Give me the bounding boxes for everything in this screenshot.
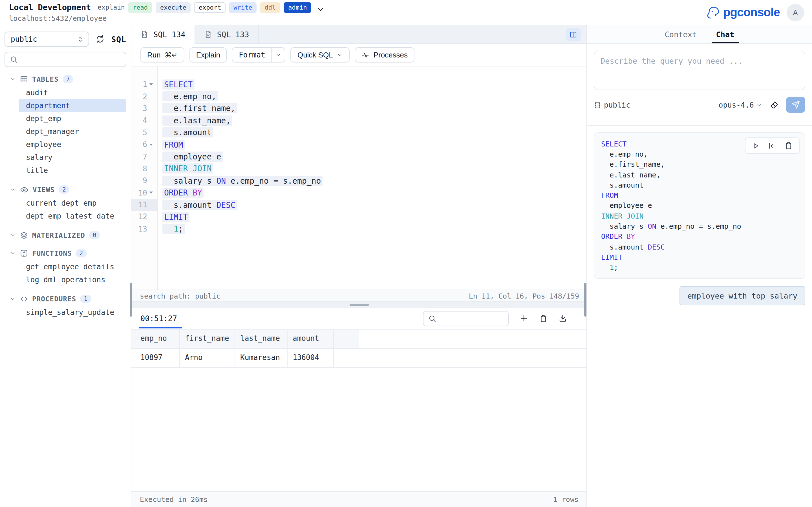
gutter-line: 9 <box>132 175 157 187</box>
explain-button[interactable]: Explain <box>190 47 227 62</box>
section-chevron-icon[interactable] <box>10 250 16 256</box>
cell-last_name: Kumaresan <box>235 349 288 367</box>
send-button[interactable] <box>786 97 805 113</box>
cell-amount: 136004 <box>288 349 334 367</box>
line-number: 9 <box>136 177 147 185</box>
sidebar-section-header-tables[interactable]: TABLES7 <box>0 73 131 85</box>
brand-logo: pgconsole <box>706 5 780 20</box>
editor-tab-sql-133[interactable]: SQL 133 <box>195 25 259 43</box>
sidebar-item-salary[interactable]: salary <box>18 151 126 164</box>
sidebar-section-header-views[interactable]: VIEWS2 <box>0 184 131 195</box>
cell-emp_no: 10897 <box>132 349 180 367</box>
add-tab-icon[interactable] <box>519 314 528 323</box>
editor-tab-sql-134[interactable]: SQL 134 <box>132 25 195 44</box>
sql-token: s.amount <box>601 181 644 189</box>
assistant-panel: Context Chat public opus-4.6 <box>587 25 812 507</box>
assistant-code-line: s.amount DESC <box>601 242 798 252</box>
chat-prompt-input[interactable] <box>594 51 805 90</box>
sidebar-item-audit[interactable]: audit <box>18 86 126 99</box>
column-header-first_name[interactable]: first_name <box>180 330 235 348</box>
copy-results-icon[interactable] <box>539 314 548 323</box>
sql-mode-label[interactable]: SQL <box>111 35 126 44</box>
sidebar-item-get_employee_details[interactable]: get_employee_details <box>18 260 126 273</box>
section-chevron-icon[interactable] <box>10 186 16 193</box>
schema-select[interactable]: public <box>4 32 89 47</box>
section-count-badge: 1 <box>80 295 91 303</box>
connection-menu-chevron-icon[interactable] <box>316 5 325 13</box>
run-button[interactable]: Run ⌘↵ <box>140 47 185 62</box>
fold-arrow-icon[interactable] <box>147 144 154 146</box>
assistant-code-line: 1; <box>601 262 798 273</box>
line-number: 3 <box>136 104 147 113</box>
section-chevron-icon[interactable] <box>10 296 16 302</box>
sidebar-item-simple_salary_update[interactable]: simple_salary_update <box>18 306 126 319</box>
sidebar-section-header-functions[interactable]: ƒFUNCTIONS2 <box>0 247 131 259</box>
line-number: 12 <box>136 213 147 221</box>
results-search[interactable] <box>423 311 509 326</box>
tab-chat[interactable]: Chat <box>715 25 735 43</box>
processes-button[interactable]: Processes <box>355 47 414 62</box>
sidebar-item-department[interactable]: department <box>18 99 126 112</box>
sidebar-search[interactable] <box>4 52 126 67</box>
avatar[interactable]: A <box>786 4 804 21</box>
format-chevron-icon[interactable] <box>271 48 285 62</box>
section-chevron-icon[interactable] <box>10 76 16 82</box>
line-number: 8 <box>136 165 147 173</box>
code-line: s.amount DESC <box>162 199 587 211</box>
sql-token: 1 <box>610 263 614 272</box>
sidebar-item-title[interactable]: title <box>18 164 126 177</box>
gutter-line: 10 <box>132 187 157 199</box>
sidebar-section-header-procedures[interactable]: PROCEDURES1 <box>0 293 131 305</box>
sql-token: ON <box>648 222 656 230</box>
refresh-icon[interactable] <box>95 34 105 44</box>
file-code-icon <box>140 30 149 39</box>
column-header-last_name[interactable]: last_name <box>235 330 288 348</box>
sidebar-item-dept_emp[interactable]: dept_emp <box>18 112 126 125</box>
explain-button-label: Explain <box>196 51 220 59</box>
search-path-status: search_path: public <box>140 291 220 300</box>
results-resize-handle[interactable] <box>349 303 368 305</box>
chat-resize-handle[interactable] <box>584 283 586 317</box>
fold-arrow-icon[interactable] <box>147 83 154 86</box>
fold-arrow-icon[interactable] <box>147 191 154 194</box>
column-header-amount[interactable]: amount <box>288 330 334 348</box>
editor-gutter: 12345678910111213 <box>132 66 158 290</box>
download-results-icon[interactable] <box>558 314 567 323</box>
sql-token: ORDER <box>164 188 193 197</box>
insert-snippet-icon[interactable] <box>768 142 776 150</box>
results-search-input[interactable] <box>440 314 504 323</box>
sidebar-item-employee[interactable]: employee <box>18 138 126 151</box>
model-select[interactable]: opus-4.6 <box>719 101 762 109</box>
send-icon <box>791 100 800 109</box>
sidebar-resize-handle[interactable] <box>130 283 132 317</box>
sidebar-section-header-materialized[interactable]: MATERIALIZED0 <box>0 229 131 241</box>
section-chevron-icon[interactable] <box>10 232 16 238</box>
copy-snippet-icon[interactable] <box>784 142 793 150</box>
chat-schema-context[interactable]: public <box>594 101 630 109</box>
run-snippet-icon[interactable] <box>752 142 760 150</box>
clear-chat-icon[interactable] <box>770 100 779 109</box>
column-header-emp_no[interactable]: emp_no <box>132 330 180 348</box>
quick-sql-chevron-icon <box>337 52 343 58</box>
sidebar-search-input[interactable] <box>21 55 121 64</box>
sql-token <box>164 224 174 233</box>
explain-label: explain <box>98 3 125 11</box>
sql-editor[interactable]: 12345678910111213 SELECT e.emp_no, e.fir… <box>132 66 587 290</box>
sidebar-item-dept_manager[interactable]: dept_manager <box>18 125 126 138</box>
section-label: TABLES <box>32 75 59 83</box>
gutter-line: 1 <box>132 78 157 91</box>
editor-code[interactable]: SELECT e.emp_no, e.first_name, e.last_na… <box>158 66 587 290</box>
results-timer-tab[interactable]: 00:51:27 <box>140 308 180 328</box>
sql-token: e.emp_no = s.emp_no <box>656 222 741 230</box>
sidebar-item-dept_emp_latest_date[interactable]: dept_emp_latest_date <box>18 210 126 223</box>
split-view-button[interactable] <box>566 28 581 41</box>
format-button[interactable]: Format <box>232 47 286 62</box>
quick-sql-button[interactable]: Quick SQL <box>291 47 350 62</box>
sidebar-section-procedures: PROCEDURES1simple_salary_update <box>0 293 131 320</box>
table-row[interactable]: 10897ArnoKumaresan136004 <box>132 349 587 368</box>
sidebar-item-log_dml_operations[interactable]: log_dml_operations <box>18 273 126 286</box>
permission-badge-ddl: ddl <box>260 2 280 13</box>
sidebar-item-current_dept_emp[interactable]: current_dept_emp <box>18 196 126 210</box>
cell-first_name: Arno <box>180 349 235 367</box>
tab-context[interactable]: Context <box>664 25 698 43</box>
